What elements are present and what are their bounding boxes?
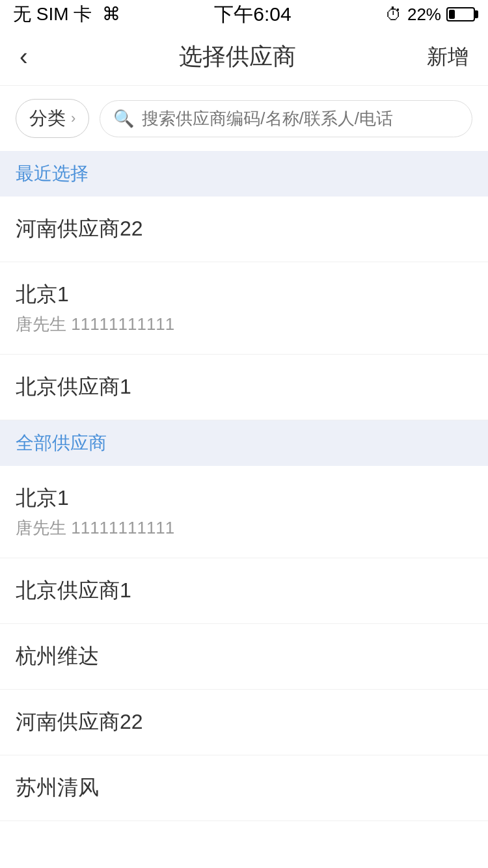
list-item[interactable]: 河南供应商22 [0,197,488,262]
list-item[interactable]: 北京1 唐先生 11111111111 [0,262,488,355]
item-sub: 唐先生 11111111111 [16,313,472,336]
list-item[interactable]: 北京1 唐先生 11111111111 [0,466,488,558]
recent-section-label: 最近选择 [16,163,88,183]
add-button[interactable]: 新增 [416,43,468,72]
recent-list: 河南供应商22 北京1 唐先生 11111111111 北京供应商1 [0,197,488,420]
battery-icon [446,7,475,21]
status-bar: 无 SIM 卡 ⌘ 下午6:04 ⏱ 22% [0,0,488,29]
item-name: 苏州清风 [16,774,472,802]
search-input[interactable] [142,109,459,129]
list-item[interactable]: 苏州清风 [0,755,488,821]
category-button[interactable]: 分类 › [16,99,89,138]
nav-bar: ‹ 选择供应商 新增 [0,29,488,86]
item-name: 河南供应商22 [16,708,472,737]
item-name: 北京供应商1 [16,373,472,401]
list-item[interactable]: 北京供应商1 [0,558,488,624]
battery-percent: 22% [407,5,441,25]
item-name: 北京1 [16,280,472,309]
category-chevron-icon: › [71,110,75,127]
status-time: 下午6:04 [214,1,291,28]
recent-section-header: 最近选择 [0,151,488,197]
status-right: ⏱ 22% [385,5,475,25]
search-area: 分类 › 🔍 [0,86,488,151]
location-icon: ⏱ [385,5,402,25]
item-sub: 唐先生 11111111111 [16,517,472,539]
all-section-label: 全部供应商 [16,433,107,453]
item-name: 北京1 [16,484,472,513]
page-title: 选择供应商 [179,41,296,73]
all-list: 北京1 唐先生 11111111111 北京供应商1杭州维达河南供应商22苏州清… [0,466,488,821]
item-name: 杭州维达 [16,642,472,671]
search-icon: 🔍 [113,109,134,129]
list-item[interactable]: 河南供应商22 [0,690,488,755]
search-input-wrap[interactable]: 🔍 [100,100,472,137]
back-button[interactable]: ‹ [20,43,59,71]
item-name: 北京供应商1 [16,576,472,605]
all-section-header: 全部供应商 [0,420,488,466]
list-item[interactable]: 北京供应商1 [0,355,488,420]
list-item[interactable]: 杭州维达 [0,624,488,690]
item-name: 河南供应商22 [16,215,472,243]
status-left: 无 SIM 卡 ⌘ [13,2,120,27]
category-label: 分类 [29,106,66,131]
